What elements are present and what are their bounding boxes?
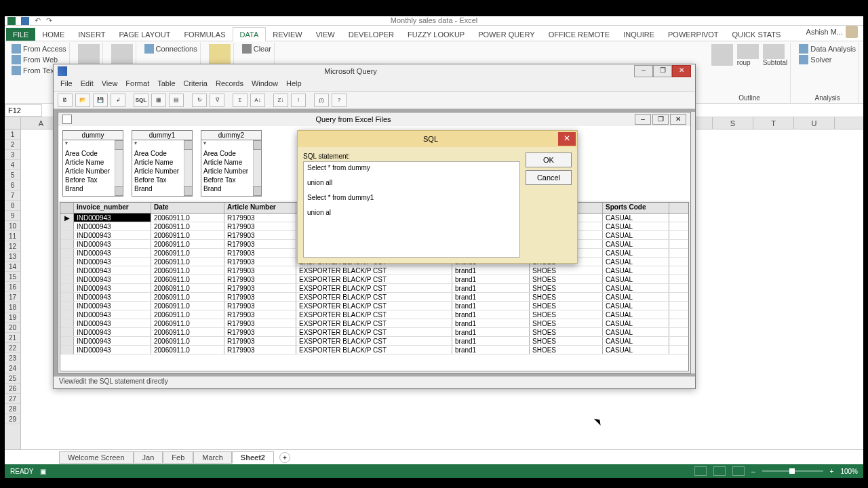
msquery-menu-records[interactable]: Records [216, 79, 243, 90]
row-header[interactable]: 23 [5, 353, 20, 363]
table-field[interactable]: Area Code [63, 149, 123, 158]
row-header[interactable]: 22 [5, 343, 20, 353]
row-header[interactable]: 27 [5, 394, 20, 404]
row-header[interactable]: 21 [5, 333, 20, 343]
table-field-list[interactable]: *Area CodeArticle NameArticle NumberBefo… [201, 140, 261, 196]
sheet-tab-jan[interactable]: Jan [134, 451, 163, 464]
column-header[interactable]: S [713, 117, 753, 129]
table-field[interactable]: Area Code [201, 149, 261, 158]
normal-view-icon[interactable] [694, 466, 707, 476]
page-layout-view-icon[interactable] [713, 466, 726, 476]
toolbar-total-button[interactable]: Σ [233, 94, 248, 107]
toolbar-sort-desc-button[interactable]: Z↓ [273, 94, 288, 107]
zoom-percentage[interactable]: 100% [840, 468, 858, 475]
table-field[interactable]: Before Tax [63, 176, 123, 184]
table-field[interactable]: * [63, 140, 123, 149]
result-header-cell[interactable]: Article Number [224, 203, 296, 213]
result-row[interactable]: IND00094320060911.0R179903EXSPORTER BLAC… [60, 293, 688, 302]
ribbon-tab-home[interactable]: HOME [35, 28, 71, 41]
table-box-dummy[interactable]: dummy*Area CodeArticle NameArticle Numbe… [62, 130, 123, 197]
toolbar-show-tables-button[interactable]: ▦ [151, 94, 166, 107]
row-header[interactable]: 18 [5, 302, 20, 312]
row-header[interactable]: 29 [5, 414, 20, 424]
connections-button[interactable]: Connections [144, 44, 197, 54]
ribbon-tab-view[interactable]: VIEW [309, 28, 342, 41]
select-all-corner[interactable] [5, 117, 21, 129]
row-header[interactable]: 16 [5, 282, 20, 292]
result-row[interactable]: IND00094320060911.0R179903EXSPORTER BLAC… [60, 284, 688, 293]
column-header[interactable]: U [794, 117, 835, 129]
table-field-list[interactable]: *Area CodeArticle NameArticle NumberBefo… [132, 140, 192, 196]
existing-connections-icon[interactable] [111, 44, 133, 66]
row-header[interactable]: 24 [5, 363, 20, 373]
ribbon-tab-quick-stats[interactable]: QUICK STATS [726, 28, 788, 41]
result-row[interactable]: IND00094320060911.0R179903EXSPORTER BLAC… [60, 337, 688, 346]
msquery-menu-edit[interactable]: Edit [81, 79, 94, 90]
ribbon-tab-file[interactable]: FILE [6, 28, 35, 41]
data-analysis-button[interactable]: Data Analysis [799, 44, 856, 54]
msquery-close-icon[interactable]: ✕ [672, 65, 691, 77]
row-header[interactable]: 12 [5, 241, 20, 251]
msquery-menu-file[interactable]: File [60, 79, 73, 90]
ribbon-tab-review[interactable]: REVIEW [266, 28, 309, 41]
table-field[interactable]: Article Name [201, 158, 261, 167]
row-header[interactable]: 17 [5, 292, 20, 302]
table-field[interactable]: Article Number [201, 167, 261, 176]
row-header[interactable]: 14 [5, 262, 20, 272]
msquery-menu-format[interactable]: Format [125, 79, 149, 90]
table-scrollbar[interactable] [253, 140, 261, 196]
result-row[interactable]: IND00094320060911.0R179903EXSPORTER BLAC… [60, 328, 688, 337]
sql-dialog-close-icon[interactable]: ✕ [558, 132, 576, 146]
sql-statement-textarea[interactable]: Select * from dummy union all Select * f… [303, 161, 520, 258]
row-header[interactable]: 13 [5, 251, 20, 262]
table-field[interactable]: Before Tax [201, 176, 261, 184]
toolbar-save-button[interactable]: 💾 [93, 94, 108, 107]
ribbon-tab-powerpivot[interactable]: POWERPIVOT [661, 28, 726, 41]
toolbar-add-criteria-button[interactable]: ▤ [169, 94, 184, 107]
row-header[interactable]: 6 [5, 180, 20, 190]
table-field[interactable]: Article Name [63, 158, 123, 167]
toolbar-new-button[interactable]: 🗎 [58, 94, 73, 107]
table-field[interactable]: Article Number [63, 167, 123, 176]
msquery-menu-criteria[interactable]: Criteria [184, 79, 208, 90]
table-box-dummy2[interactable]: dummy2*Area CodeArticle NameArticle Numb… [201, 130, 262, 197]
result-row[interactable]: IND00094320060911.0R179903EXSPORTER BLAC… [60, 319, 688, 328]
table-field[interactable]: * [201, 140, 261, 149]
row-header[interactable]: 10 [5, 221, 20, 231]
excel-icon[interactable] [7, 17, 16, 25]
qef-minimize-icon[interactable]: – [635, 114, 651, 125]
msquery-maximize-icon[interactable]: ❐ [653, 65, 672, 77]
msquery-menu-view[interactable]: View [102, 79, 118, 90]
row-header[interactable]: 20 [5, 323, 20, 333]
msquery-menu-help[interactable]: Help [286, 79, 302, 90]
row-header[interactable]: 2 [5, 140, 20, 150]
column-header[interactable]: T [753, 117, 794, 129]
row-header[interactable]: 15 [5, 272, 20, 282]
row-header[interactable]: 8 [5, 201, 20, 211]
macro-record-icon[interactable]: ▣ [40, 468, 46, 475]
table-field[interactable]: Brand [132, 184, 192, 193]
ribbon-tab-inquire[interactable]: INQUIRE [616, 28, 661, 41]
table-field[interactable]: * [132, 140, 192, 149]
save-icon[interactable] [21, 17, 29, 25]
ribbon-tab-insert[interactable]: INSERT [71, 28, 112, 41]
result-header-cell[interactable]: Date [151, 203, 224, 213]
sheet-tab-march[interactable]: March [193, 451, 232, 464]
qef-close-icon[interactable]: ✕ [670, 114, 686, 125]
toolbar-open-button[interactable]: 📂 [75, 94, 90, 107]
row-header[interactable]: 7 [5, 190, 20, 201]
table-field[interactable]: Area Code [132, 149, 192, 158]
result-row[interactable]: IND00094320060911.0R179903EXSPORTER BLAC… [60, 275, 688, 284]
undo-icon[interactable]: ↶ [35, 16, 41, 25]
zoom-slider[interactable] [762, 470, 823, 472]
ungroup-icon[interactable] [737, 44, 759, 59]
subtotal-icon[interactable] [763, 44, 785, 59]
table-scrollbar[interactable] [115, 140, 123, 196]
ribbon-tab-formulas[interactable]: FORMULAS [177, 28, 232, 41]
toolbar-filter-button[interactable]: ! [291, 94, 306, 107]
toolbar-query-now-button[interactable]: (!) [314, 94, 329, 107]
name-box[interactable] [5, 104, 42, 117]
zoom-in-icon[interactable]: + [830, 468, 834, 475]
sheet-tab-welcome-screen[interactable]: Welcome Screen [59, 451, 134, 464]
filter-icon[interactable] [209, 44, 231, 66]
